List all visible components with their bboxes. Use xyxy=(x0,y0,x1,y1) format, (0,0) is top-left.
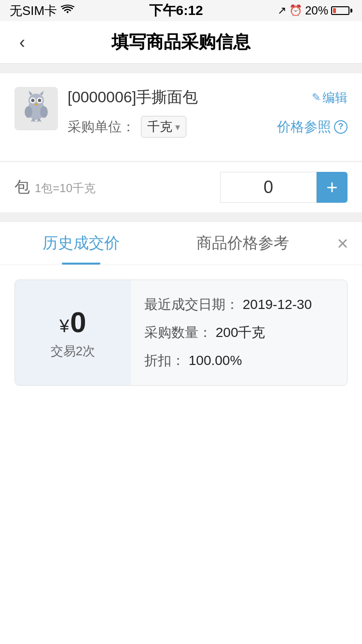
bottom-area xyxy=(0,400,362,644)
svg-point-7 xyxy=(38,99,42,102)
status-bar: 无SIM卡 下午6:12 ↗ ⏰ 20% xyxy=(0,0,362,21)
quantity-label-group: 包 1包=10千克 xyxy=(14,177,96,198)
discount-value: 100.00% xyxy=(189,353,242,368)
tabs-header: 历史成交价 商品价格参考 × xyxy=(0,222,362,265)
product-name: [0000006]手撕面包 xyxy=(68,87,198,108)
purchase-unit-label: 采购单位： xyxy=(68,118,135,136)
product-info: [0000006]手撕面包 ✎ 编辑 采购单位： 千克 ▾ 价格参照 ? xyxy=(68,87,348,138)
quantity-unit-label: 包 xyxy=(14,177,30,198)
svg-marker-2 xyxy=(28,91,32,96)
history-details-section: 最近成交日期： 2019-12-30 采购数量： 200千克 折扣： 100.0… xyxy=(131,280,347,385)
quantity-conversion-label: 1包=10千克 xyxy=(35,181,96,196)
wifi-icon xyxy=(61,3,74,18)
battery-icon xyxy=(331,6,352,15)
svg-marker-3 xyxy=(40,91,44,96)
nav-bar: ‹ 填写商品采购信息 xyxy=(0,21,362,64)
tab-history-price[interactable]: 历史成交价 xyxy=(0,222,162,265)
edit-button[interactable]: ✎ 编辑 xyxy=(312,89,348,106)
purchase-qty-value: 200千克 xyxy=(216,325,265,340)
help-icon: ? xyxy=(334,120,348,134)
discount-row: 折扣： 100.00% xyxy=(144,350,334,371)
edit-label: 编辑 xyxy=(322,89,348,106)
page-title: 填写商品采购信息 xyxy=(111,30,251,54)
status-left: 无SIM卡 xyxy=(10,2,74,19)
tab-active-underline xyxy=(62,263,100,265)
history-trades-count: 交易2次 xyxy=(51,343,95,360)
plus-icon: + xyxy=(326,178,337,197)
edit-icon: ✎ xyxy=(312,91,320,104)
time-display: 下午6:12 xyxy=(149,1,203,20)
unit-selector[interactable]: 千克 ▾ xyxy=(141,116,186,138)
dropdown-arrow-icon: ▾ xyxy=(175,121,180,133)
quantity-value: 0 xyxy=(264,177,273,197)
price-ref-label: 价格参照 xyxy=(277,118,331,136)
tabs-container: 历史成交价 商品价格参考 × ¥ 0 交易2次 最近成交日期： 2019-12-… xyxy=(0,222,362,400)
history-content: ¥ 0 交易2次 最近成交日期： 2019-12-30 采购数量： 200千克 … xyxy=(0,265,362,400)
back-arrow-icon: ‹ xyxy=(19,34,25,51)
tab-price-reference[interactable]: 商品价格参考 xyxy=(162,222,323,265)
recent-date-row: 最近成交日期： 2019-12-30 xyxy=(144,294,334,315)
discount-label: 折扣： xyxy=(144,353,185,368)
purchase-qty-row: 采购数量： 200千克 xyxy=(144,322,334,343)
network-label: 无SIM卡 xyxy=(10,2,57,19)
price-reference-button[interactable]: 价格参照 ? xyxy=(277,118,348,136)
svg-point-6 xyxy=(31,99,35,102)
tab-history-label: 历史成交价 xyxy=(42,233,120,254)
status-right: ↗ ⏰ 20% xyxy=(278,4,352,17)
product-card: [0000006]手撕面包 ✎ 编辑 采购单位： 千克 ▾ 价格参照 ? xyxy=(0,73,362,161)
price-symbol: ¥ xyxy=(59,316,69,336)
price-amount: 0 xyxy=(70,306,86,339)
quantity-input-group: 0 + xyxy=(220,172,348,203)
history-price-display: ¥ 0 xyxy=(59,306,86,339)
product-owl-icon xyxy=(20,90,53,127)
recent-date-value: 2019-12-30 xyxy=(243,297,312,312)
history-price-section: ¥ 0 交易2次 xyxy=(15,280,131,385)
svg-point-10 xyxy=(40,106,48,118)
unit-value: 千克 xyxy=(147,118,172,135)
history-card: ¥ 0 交易2次 最近成交日期： 2019-12-30 采购数量： 200千克 … xyxy=(14,280,348,386)
close-icon: × xyxy=(337,233,348,254)
quantity-plus-button[interactable]: + xyxy=(317,172,348,203)
purchase-qty-label: 采购数量： xyxy=(144,325,212,340)
tab-price-ref-label: 商品价格参考 xyxy=(196,233,289,254)
battery-percent: 20% xyxy=(305,4,328,17)
quantity-input[interactable]: 0 xyxy=(220,172,317,203)
quantity-row: 包 1包=10千克 0 + xyxy=(0,162,362,212)
tab-close-button[interactable]: × xyxy=(323,222,362,265)
location-icon: ↗ xyxy=(278,4,286,17)
svg-point-9 xyxy=(25,106,32,118)
product-thumbnail xyxy=(14,87,58,130)
clock-icon: ⏰ xyxy=(289,4,302,17)
recent-date-label: 最近成交日期： xyxy=(144,297,239,312)
back-button[interactable]: ‹ xyxy=(12,32,33,53)
